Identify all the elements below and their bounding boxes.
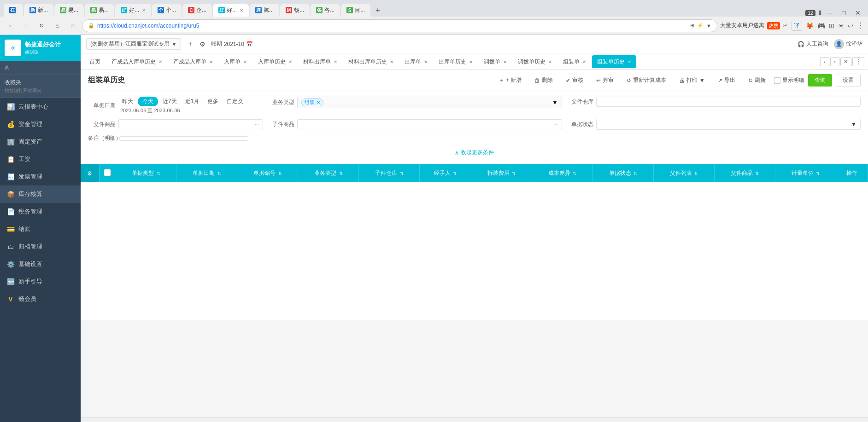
browser-tab-3[interactable]: 易 易... [54,4,84,17]
collapse-filter-button[interactable]: ∧ 收起更多条件 [88,147,861,158]
nav-tab-assemble-history-close[interactable]: ✕ [548,59,552,64]
qr-code-icon[interactable]: ⊞ [690,23,694,29]
browser-tab-7[interactable]: C 企... [182,4,212,17]
tab-8-close-icon[interactable]: ✕ [240,8,243,13]
browser-tab-12[interactable]: S 目... [341,4,370,17]
parent-goods-input[interactable]: ··· [118,119,263,129]
translate-icon[interactable]: 译 [792,21,802,31]
browser-tab-8[interactable]: 好 好... ✕ [213,4,249,17]
sidebar-item-invoice[interactable]: 🧾 发票管理 [0,168,81,185]
nav-tab-inbound-history-close[interactable]: ✕ [288,59,292,64]
browser-tab-5[interactable]: 好 好... ✕ [115,4,151,17]
business-type-dropdown-icon[interactable]: ▼ [552,99,558,106]
browser-tab-9[interactable]: 腾 腾... [250,4,279,17]
print-button[interactable]: 🖨 打印 ▼ [674,75,710,86]
nav-tab-assemble[interactable]: 调拨单 ✕ [479,55,512,68]
audit-button[interactable]: ✔ 审核 [561,75,588,86]
sidebar-item-fund[interactable]: 💰 资金管理 [0,116,81,133]
nav-tab-combo-history-close[interactable]: ✕ [628,59,631,64]
settings-gear-icon[interactable]: ⚙ [199,40,205,48]
nav-tab-combo[interactable]: 组装单 ✕ [558,55,591,68]
sidebar-item-member[interactable]: V 畅会员 [0,290,81,308]
sun-icon[interactable]: ☀ [838,22,844,29]
nav-tab-inbound[interactable]: 入库单 ✕ [219,55,252,68]
parent-warehouse-input[interactable]: ··· [596,97,861,107]
shortcut-more[interactable]: 更多 [204,97,222,106]
col-unit[interactable]: 计量单位 ⇅ [775,164,836,182]
recalc-button[interactable]: ↺ 重新计算成本 [622,75,671,86]
calendar-icon[interactable]: 📅 [246,41,253,47]
sidebar-item-settings[interactable]: ⚙️ 基础设置 [0,255,81,273]
support-button[interactable]: 🎧 人工咨询 [798,40,828,48]
tag-remove-icon[interactable]: ✕ [317,100,320,105]
col-status[interactable]: 单据状态 ⇅ [593,164,654,182]
col-child-warehouse[interactable]: 子件仓库 ⇅ [359,164,420,182]
new-button[interactable]: ＋ + 新增 [494,75,526,86]
grid-icon[interactable]: ⊞ [829,22,834,29]
sidebar-item-report[interactable]: 📊 云报表中心 [0,98,81,116]
abandon-button[interactable]: ↩ 弃审 [592,75,618,86]
shortcut-yesterday[interactable]: 昨天 [118,97,137,106]
refresh-button[interactable]: ↻ 刷新 [744,75,770,86]
nav-tab-combo-history[interactable]: 组装单历史 ✕ [592,55,636,68]
query-button[interactable]: 查询 [808,74,832,87]
note-input[interactable] [119,136,248,141]
minimize-button[interactable]: ─ [825,9,837,17]
sidebar-item-inventory[interactable]: 📦 库存核算 [0,185,81,203]
col-parent-goods[interactable]: 父件商品 ⇅ [714,164,775,182]
sidebar-item-salary[interactable]: 📋 工资 [0,150,81,168]
child-goods-more-icon[interactable]: ··· [553,121,557,127]
browser-tab-10[interactable]: M 畅... [280,4,310,17]
nav-tab-prod-inbound-history-close[interactable]: ✕ [158,59,162,64]
sidebar-item-fixed-assets[interactable]: 🏢 固定资产 [0,133,81,150]
table-select-all-checkbox[interactable] [104,169,111,176]
nav-tab-outbound-close[interactable]: ✕ [424,59,428,64]
browser-tab-1[interactable]: 在 [4,4,23,17]
nav-tab-material-outbound-history[interactable]: 材料出库单历史 ✕ [343,55,399,68]
new-tab-button[interactable]: ＋ [371,4,384,17]
game-icon[interactable]: 🎮 [817,22,825,29]
close-button[interactable]: ✕ [851,9,864,17]
home-browser-button[interactable]: ⌂ [51,19,64,32]
tab-5-close-icon[interactable]: ✕ [142,8,146,13]
nav-tab-combo-close[interactable]: ✕ [582,59,586,64]
nav-tabs-scroll-left[interactable]: ‹ [820,57,829,66]
shortcut-today[interactable]: 今天 [138,97,158,106]
undo-icon[interactable]: ↩ [848,22,853,29]
nav-tabs-close-all[interactable]: ✕ [840,57,851,66]
nav-tab-inbound-history[interactable]: 入库单历史 ✕ [253,55,297,68]
lightning-icon[interactable]: ⚡ [697,23,704,29]
parent-goods-more-icon[interactable]: ··· [255,121,259,127]
downloads-icon[interactable]: ⬇ [817,9,823,17]
bookmark-button[interactable]: ☆ [66,19,79,32]
col-biz-type[interactable]: 业务类型 ⇅ [298,164,359,182]
browser-tab-2[interactable]: 新 新... [24,4,53,17]
show-detail-toggle[interactable]: 显示明细 [774,76,804,84]
col-type[interactable]: 单据类型 ⇅ [116,164,176,182]
back-button[interactable]: ‹ [4,19,17,32]
nav-tab-outbound-history[interactable]: 出库单历史 ✕ [434,55,478,68]
nav-tab-outbound-history-close[interactable]: ✕ [469,59,473,64]
forward-button[interactable]: › [19,19,32,32]
table-settings-th[interactable]: ⚙ [81,164,99,182]
col-handler[interactable]: 经手人 ⇅ [420,164,471,182]
user-info[interactable]: 👤 徐泽华 [834,39,862,49]
add-company-button[interactable]: ＋ [187,39,194,49]
sidebar-item-guide[interactable]: 🆕 新手引导 [0,273,81,290]
nav-tab-prod-inbound[interactable]: 产成品入库单 ✕ [168,55,218,68]
browser-tab-4[interactable]: 易 易... [85,4,114,17]
configure-button[interactable]: 设置 [836,74,861,87]
col-number[interactable]: 单据编号 ⇅ [237,164,298,182]
nav-tab-outbound[interactable]: 出库单 ✕ [399,55,433,68]
nav-tab-material-outbound-history-close[interactable]: ✕ [390,59,393,64]
menu-button[interactable]: ⋮ [857,21,864,30]
sidebar-header[interactable]: ✈ 畅捷通好会计 旗舰版 [0,35,81,61]
col-cost-diff[interactable]: 成本差异 ⇅ [532,164,593,182]
col-date[interactable]: 单据日期 ⇅ [176,164,237,182]
nav-tabs-scroll-right[interactable]: › [830,57,839,66]
nav-tab-material-outbound-close[interactable]: ✕ [334,59,337,64]
browser-tab-11[interactable]: 各 各... [311,4,340,17]
favorites-section[interactable]: 收藏夹 快捷键打开收藏夹 [0,75,81,98]
parent-warehouse-more-icon[interactable]: ··· [852,99,856,104]
business-type-input[interactable]: 组装 ✕ ▼ [297,97,562,108]
